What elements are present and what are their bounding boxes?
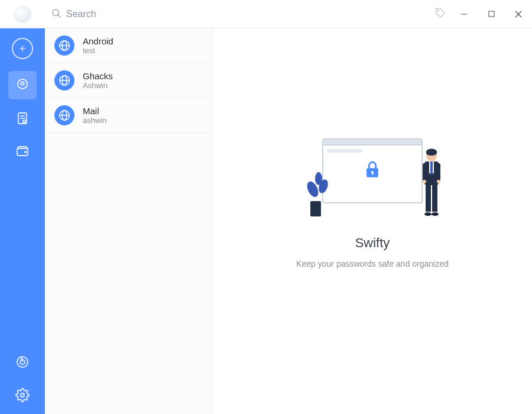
- sidebar-item-identity[interactable]: [8, 71, 37, 99]
- svg-point-9: [18, 79, 27, 89]
- svg-rect-37: [432, 185, 437, 212]
- svg-point-46: [315, 172, 322, 185]
- globe-icon: [54, 105, 74, 125]
- svg-point-19: [21, 393, 24, 397]
- svg-rect-36: [426, 185, 431, 212]
- entry-subtitle: Ashwin: [83, 81, 113, 90]
- list-item[interactable]: Ghacks Ashwin: [45, 63, 212, 98]
- maximize-button[interactable]: [478, 0, 505, 28]
- svg-point-0: [53, 9, 59, 16]
- entry-subtitle: ashwin: [83, 116, 106, 125]
- search-input[interactable]: [66, 9, 184, 20]
- add-button[interactable]: [12, 38, 33, 59]
- svg-point-2: [437, 10, 439, 11]
- svg-rect-47: [310, 201, 321, 216]
- entry-subtitle: test: [83, 46, 113, 55]
- sidebar-item-wallet[interactable]: [8, 137, 37, 166]
- svg-point-16: [25, 151, 26, 153]
- logo-circle: [14, 5, 31, 23]
- close-button[interactable]: [505, 0, 532, 28]
- window-controls: [450, 0, 532, 28]
- list-item[interactable]: Android test: [45, 28, 212, 63]
- svg-point-10: [21, 82, 24, 85]
- empty-heading: Swifty: [355, 235, 390, 251]
- svg-rect-38: [423, 163, 426, 181]
- svg-rect-35: [430, 161, 433, 174]
- empty-state: Swifty Keep your passwords safe and orga…: [213, 28, 532, 414]
- list-item[interactable]: Mail ashwin: [45, 98, 212, 133]
- empty-subheading: Keep your passwords safe and organized: [296, 259, 449, 269]
- entry-title: Mail: [83, 106, 106, 116]
- svg-point-40: [423, 180, 426, 183]
- globe-icon: [54, 70, 74, 90]
- entry-title: Android: [83, 36, 113, 46]
- svg-rect-31: [372, 172, 373, 174]
- sidebar-item-notes[interactable]: [8, 104, 37, 132]
- sidebar-item-generator[interactable]: [8, 348, 37, 376]
- svg-point-14: [23, 120, 25, 122]
- app-logo: [0, 0, 45, 28]
- window-graphic: [322, 138, 423, 203]
- search-icon: [51, 8, 61, 21]
- illustration: [304, 127, 440, 221]
- tag-icon[interactable]: [435, 8, 446, 21]
- svg-point-43: [432, 212, 439, 216]
- sidebar-item-settings[interactable]: [8, 381, 37, 409]
- sidebar: [0, 28, 45, 414]
- pot-icon: [308, 201, 323, 221]
- minimize-button[interactable]: [450, 0, 478, 28]
- globe-icon: [54, 35, 74, 56]
- svg-rect-4: [489, 11, 494, 17]
- svg-line-1: [58, 15, 60, 17]
- entry-title: Ghacks: [83, 71, 113, 81]
- svg-rect-39: [437, 163, 440, 181]
- person-icon: [417, 148, 446, 221]
- lock-icon: [362, 160, 382, 182]
- svg-point-41: [437, 180, 440, 183]
- entry-list: Android test Ghacks Ashwin Mail ashwin: [45, 28, 213, 414]
- svg-point-42: [424, 212, 432, 216]
